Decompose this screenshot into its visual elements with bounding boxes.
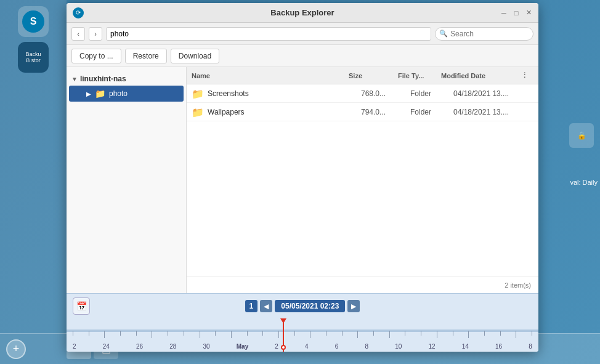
empty-space (187, 121, 538, 276)
file-list-header: Name Size File Ty... Modified Date ⋮ (187, 67, 538, 84)
file-type: Folder (410, 89, 453, 98)
needle-top (280, 318, 286, 323)
server-name: linuxhint-nas (80, 75, 126, 83)
synology-icon[interactable]: S (18, 6, 49, 37)
tick-major (200, 331, 200, 338)
tick (89, 331, 89, 336)
tick (500, 331, 501, 336)
timeline-label: 8 (365, 343, 368, 350)
title-bar: ⟳ Backup Explorer ─ □ ✕ (67, 3, 538, 23)
maximize-button[interactable]: □ (511, 8, 521, 18)
timeline-label: 2 (73, 343, 76, 350)
file-list-footer: 2 item(s) (187, 276, 538, 293)
tick (184, 331, 184, 336)
tick-major (516, 331, 516, 338)
tick (421, 331, 421, 336)
close-button[interactable]: ✕ (524, 8, 533, 18)
tick (532, 331, 532, 336)
timeline-label: 14 (462, 343, 469, 350)
expand-icon: ▶ (86, 91, 91, 97)
timeline-label: 4 (305, 343, 309, 350)
timeline-ticks (67, 331, 538, 338)
tick-major (389, 331, 390, 338)
col-header-size[interactable]: Size (349, 72, 398, 79)
timeline-label: 10 (395, 343, 402, 350)
col-header-modified[interactable]: Modified Date (441, 72, 521, 79)
timeline-top: 📅 1 ◀ 05/05/2021 02:23 ▶ (67, 294, 538, 318)
folder-label: photo (109, 89, 128, 98)
timeline-label: 24 (103, 343, 110, 350)
tick (342, 331, 343, 336)
search-input[interactable] (435, 27, 533, 41)
file-size: 794.0... (361, 108, 410, 116)
timeline-label-may: May (237, 343, 248, 350)
lock-button[interactable]: 🔒 (569, 123, 594, 148)
sidebar-item-photo[interactable]: ▶ 📁 photo (69, 86, 184, 102)
tick (120, 331, 121, 336)
tick (136, 331, 137, 336)
side-panel: S BackuB stor (0, 0, 67, 333)
path-input[interactable] (106, 27, 431, 41)
toolbar: Copy to ... Restore Download (67, 45, 538, 67)
file-modified: 04/18/2021 13.... (453, 108, 533, 116)
tick (247, 331, 248, 336)
tick (484, 331, 485, 336)
backup-icon[interactable]: BackuB stor (18, 42, 49, 73)
copy-to-button[interactable]: Copy to ... (71, 49, 121, 63)
table-row[interactable]: 📁 Screenshots 768.0... Folder 04/18/2021… (187, 84, 538, 103)
download-button[interactable]: Download (171, 49, 219, 63)
timeline-next-button[interactable]: ▶ (347, 300, 360, 312)
file-type: Folder (410, 108, 453, 116)
tick (453, 331, 453, 336)
window-controls: ─ □ ✕ (499, 8, 533, 18)
table-row[interactable]: 📁 Wallpapers 794.0... Folder 04/18/2021 … (187, 103, 538, 121)
file-list: Name Size File Ty... Modified Date ⋮ 📁 S… (187, 67, 538, 293)
back-button[interactable]: ‹ (71, 27, 85, 41)
backup-label: BackuB stor (25, 51, 41, 63)
item-count: 2 item(s) (505, 281, 531, 289)
timeline-bar: 📅 1 ◀ 05/05/2021 02:23 ▶ (67, 293, 538, 352)
forward-button[interactable]: › (89, 27, 102, 41)
tick-major (357, 331, 358, 338)
tick-major (437, 331, 437, 338)
tick-major (231, 331, 232, 338)
right-panel: 🔒 val: Daily (563, 0, 600, 333)
timeline-label: 26 (136, 343, 143, 350)
timeline-label: 30 (203, 343, 210, 350)
timeline-date: 05/05/2021 02:23 (275, 300, 345, 312)
minimize-button[interactable]: ─ (499, 8, 509, 18)
tick (73, 331, 73, 336)
window-icon: ⟳ (73, 7, 84, 18)
tick (294, 331, 295, 336)
nav-bar: ‹ › 🔍 (67, 23, 538, 45)
col-header-filetype[interactable]: File Ty... (398, 72, 441, 79)
add-button[interactable]: + (6, 339, 26, 359)
timeline-label: 12 (428, 343, 435, 350)
folder-icon: 📁 (192, 107, 204, 118)
tick (215, 331, 216, 336)
folder-icon: 📁 (95, 89, 105, 99)
tick-major (310, 331, 310, 338)
tick-major (278, 331, 279, 338)
folder-icon: 📁 (192, 88, 204, 99)
tick-major (104, 331, 105, 338)
synology-logo: S (22, 10, 44, 33)
timeline-labels: 2 24 26 28 30 May 2 4 6 8 10 12 14 16 8 (67, 343, 538, 350)
timeline-label: 28 (169, 343, 176, 350)
col-header-name[interactable]: Name (192, 72, 349, 79)
timeline-nav: 1 ◀ 05/05/2021 02:23 ▶ (245, 300, 360, 312)
tick (405, 331, 405, 336)
file-name: Wallpapers (208, 108, 245, 116)
timeline-label: 16 (495, 343, 502, 350)
window-title: Backup Explorer (270, 8, 334, 17)
restore-button[interactable]: Restore (125, 49, 167, 63)
timeline-label: 6 (335, 343, 339, 350)
file-size: 768.0... (361, 89, 410, 98)
timeline-ruler[interactable]: 2 24 26 28 30 May 2 4 6 8 10 12 14 16 8 (67, 318, 538, 352)
col-header-more[interactable]: ⋮ (521, 71, 533, 79)
tick-major (468, 331, 469, 338)
timeline-label: 2 (275, 343, 278, 350)
timeline-prev-button[interactable]: ◀ (260, 300, 272, 312)
calendar-icon[interactable]: 📅 (73, 297, 90, 315)
sidebar-server-header[interactable]: ▼ linuxhint-nas (67, 72, 186, 86)
